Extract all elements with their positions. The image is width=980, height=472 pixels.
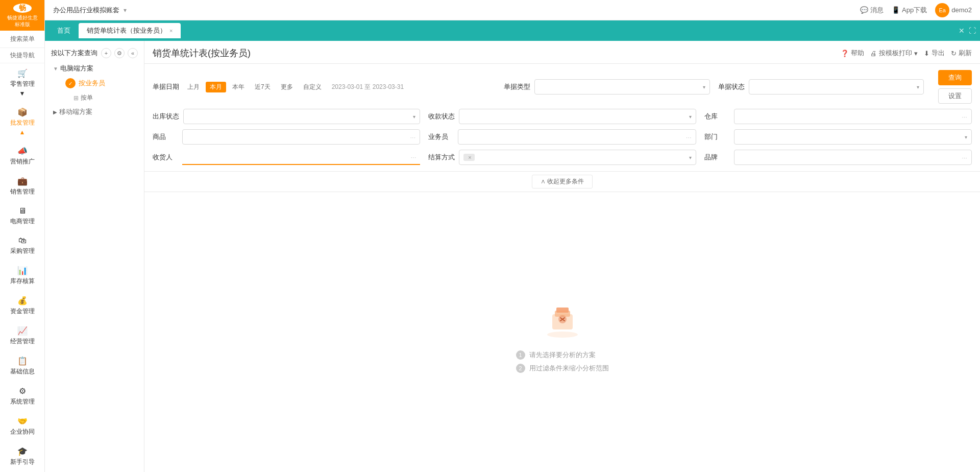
salesman-label: 业务员 (428, 132, 454, 141)
receiver-label: 收货人 (153, 153, 178, 162)
dept-label: 部门 (704, 132, 730, 141)
left-panel-header: 按以下方案查询 + ⚙ « (45, 45, 144, 61)
settlement-tag-remove[interactable]: × (468, 154, 471, 160)
sidebar-item-purchase[interactable]: 🛍 采购管理 (0, 231, 44, 261)
newbie-icon: 🎓 (17, 446, 28, 456)
btn-last-month[interactable]: 上月 (183, 82, 204, 92)
filter-settlement: 结算方式 × ▾ (428, 150, 696, 165)
settlement-input[interactable]: × ▾ (459, 150, 696, 165)
filter-brand: 品牌 ··· (704, 150, 972, 165)
empty-step-2: 2 用过滤条件来缩小分析范围 (516, 364, 609, 373)
filter-dept: 部门 ▾ (704, 129, 972, 145)
goods-input[interactable]: ··· (182, 129, 420, 145)
settings-btn[interactable]: 设置 (938, 88, 972, 104)
sidebar-item-inventory[interactable]: 📊 库存核算 (0, 261, 44, 291)
tree-mobile-group[interactable]: ▶ 移动端方案 (45, 105, 144, 119)
sidebar-item-ecommerce[interactable]: 🖥 电商管理 (0, 201, 44, 231)
warehouse-dots: ··· (962, 113, 967, 121)
basic-icon: 📋 (17, 356, 28, 366)
enterprise-icon: 🤝 (17, 416, 28, 426)
operation-icon: 📈 (17, 326, 28, 336)
export-btn[interactable]: ⬇ 导出 (924, 49, 945, 58)
collapse-more-btn[interactable]: ∧ 收起更多条件 (532, 175, 593, 188)
search-menu[interactable]: 搜索菜单 (0, 31, 44, 48)
topbar-breadcrumb: 办公用品行业模拟账套 ▾ (53, 6, 127, 15)
tree-arrow-pc: ▼ (53, 66, 58, 72)
tree-pc-group[interactable]: ▼ 电脑端方案 (45, 61, 144, 76)
sidebar-item-enterprise[interactable]: 🤝 企业协同 (0, 411, 44, 441)
payment-status-input[interactable]: ▾ (459, 109, 696, 124)
query-btn[interactable]: 查询 (938, 70, 972, 85)
brand-label: 品牌 (704, 153, 730, 162)
filter-row-2: 出库状态 ▾ 收款状态 ▾ 仓库 (153, 109, 972, 124)
refresh-icon: ↻ (951, 50, 957, 57)
breadcrumb-dropdown[interactable]: ▾ (124, 7, 127, 14)
empty-illustration (537, 291, 588, 342)
template-print-btn[interactable]: 🖨 按模板打印 ▾ (870, 49, 918, 58)
doc-status-chevron: ▾ (917, 84, 919, 90)
warehouse-input[interactable]: ··· (734, 109, 972, 124)
window-max-btn[interactable]: ⛶ (969, 27, 976, 35)
tree-item-by-salesman[interactable]: ✓ 按业务员 (59, 76, 144, 91)
empty-steps: 1 请先选择要分析的方案 2 用过滤条件来缩小分析范围 (516, 350, 609, 373)
sidebar-item-wholesale[interactable]: 📦 批发管理 ▲ (0, 102, 44, 141)
tab-sales-stats[interactable]: 销货单统计表（按业务员） × (79, 23, 181, 38)
sidebar-item-system[interactable]: ⚙ 系统管理 (0, 381, 44, 411)
doc-type-label: 单据类型 (504, 82, 530, 91)
left-panel: 按以下方案查询 + ⚙ « ▼ 电脑端方案 ✓ 按业务员 ⊞ (45, 41, 144, 472)
btn-this-month[interactable]: 本月 (206, 82, 226, 92)
sidebar-item-operation[interactable]: 📈 经营管理 (0, 321, 44, 351)
settlement-tag: × (463, 154, 474, 161)
warehouse-label: 仓库 (704, 112, 730, 121)
logo-icon: 畅 (13, 4, 32, 13)
sidebar-item-marketing[interactable]: 📣 营销推广 (0, 141, 44, 171)
quick-nav[interactable]: 快捷导航 (0, 48, 44, 63)
receiver-input[interactable]: ··· (182, 150, 420, 165)
tab-close-btn[interactable]: × (169, 28, 173, 34)
message-icon: 💬 (860, 6, 868, 14)
filter-goods: 商品 ··· (153, 129, 420, 145)
help-btn[interactable]: ❓ 帮助 (841, 49, 864, 58)
svg-rect-3 (556, 308, 569, 313)
tab-bar: 首页 销货单统计表（按业务员） × ✕ ⛶ (45, 20, 980, 41)
sidebar-item-retail[interactable]: 🛒 零售管理 ▼ (0, 63, 44, 102)
sidebar-item-newbie[interactable]: 🎓 新手引导 (0, 441, 44, 471)
finance-icon: 💰 (17, 296, 28, 305)
out-status-input[interactable]: ▾ (183, 109, 420, 124)
filter-row-3: 商品 ··· 业务员 ··· 部门 (153, 129, 972, 145)
doc-status-input[interactable]: ▾ (749, 79, 924, 95)
salesman-input[interactable]: ··· (458, 129, 696, 145)
brand-dots: ··· (962, 154, 967, 161)
brand-input[interactable]: ··· (734, 150, 972, 165)
filter-out-status: 出库状态 ▾ (153, 109, 420, 124)
avatar: Ea (935, 3, 949, 17)
doc-type-input[interactable]: ▾ (534, 79, 709, 95)
collapse-scheme-btn[interactable]: « (128, 48, 138, 58)
tree-item-by-order[interactable]: ⊞ 按单 (59, 91, 144, 105)
window-close-btn[interactable]: ✕ (959, 27, 965, 35)
btn-more-date[interactable]: 更多 (277, 82, 297, 92)
tab-home[interactable]: 首页 (49, 23, 79, 38)
add-scheme-btn[interactable]: + (101, 48, 111, 58)
step-1-num: 1 (516, 350, 525, 360)
settings-scheme-btn[interactable]: ⚙ (114, 48, 125, 58)
scheme-query-label: 按以下方案查询 (51, 49, 97, 58)
filter-date: 单据日期 上月 本月 本年 近7天 更多 自定义 2023-03-01 至 20… (153, 82, 496, 92)
tree-mobile-label: 移动端方案 (59, 107, 92, 116)
active-scheme-icon: ✓ (65, 78, 76, 88)
dept-input[interactable]: ▾ (734, 129, 972, 145)
btn-recent7[interactable]: 近7天 (251, 82, 275, 92)
refresh-btn[interactable]: ↻ 刷新 (951, 49, 972, 58)
message-btn[interactable]: 💬 消息 (860, 6, 884, 15)
sidebar-item-finance[interactable]: 💰 资金管理 (0, 291, 44, 321)
sidebar-item-sales[interactable]: 💼 销售管理 (0, 171, 44, 201)
app-download-btn[interactable]: 📱 App下载 (892, 6, 927, 15)
breadcrumb-text: 办公用品行业模拟账套 (53, 6, 119, 15)
download-icon: 📱 (892, 6, 900, 14)
sidebar-item-basic[interactable]: 📋 基础信息 (0, 351, 44, 381)
btn-custom-date[interactable]: 自定义 (299, 82, 326, 92)
doc-status-label: 单据状态 (718, 82, 745, 91)
btn-this-year[interactable]: 本年 (228, 82, 249, 92)
user-menu[interactable]: Ea demo2 (935, 3, 972, 17)
logo-text: 畅捷通好生意 标准版 (7, 14, 38, 28)
